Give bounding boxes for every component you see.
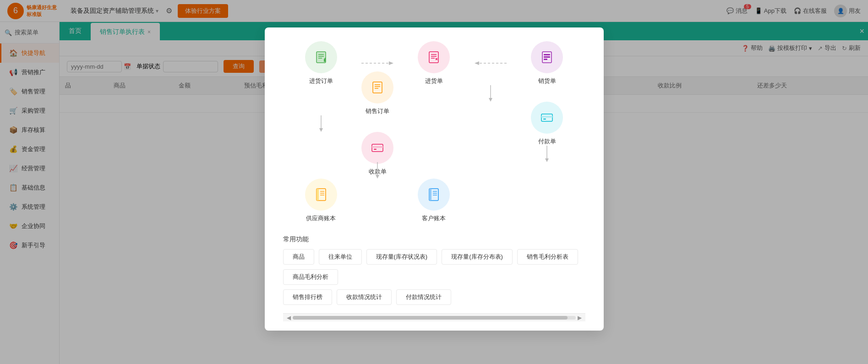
flow-item-sale[interactable]: 销货单 [531,41,563,85]
svg-rect-29 [374,149,377,150]
svg-rect-16 [373,82,382,93]
func-buttons-row1: 商品 往来单位 现存量(库存状况表) 现存量(库存分布表) 销售毛利分析表 商品… [283,249,585,285]
purchase-order-icon [305,41,337,73]
payment-icon [531,102,563,134]
flow-item-supplier-ledger[interactable]: 供应商账本 [305,179,337,223]
flow-item-sales-order[interactable]: 销售订单 [361,71,393,115]
arrow-payment-down [543,146,551,162]
func-btn-stock-status[interactable]: 现存量(库存状况表) [366,249,437,265]
func-btn-stock-dist[interactable]: 现存量(库存分布表) [442,249,513,265]
func-section-title: 常用功能 [283,235,585,244]
func-btn-payment-stats[interactable]: 付款情况统计 [396,289,451,305]
svg-rect-40 [429,189,431,201]
func-btn-sales-rank[interactable]: 销售排行榜 [283,289,332,305]
customer-ledger-label: 客户账本 [422,214,446,223]
sale-icon [531,41,563,73]
scrollbar-thumb[interactable] [293,316,568,320]
customer-ledger-icon [418,179,450,211]
supplier-ledger-icon [305,179,337,211]
flow-modal: 进货订单 进货单 [265,40,604,331]
svg-marker-21 [489,98,492,102]
svg-marker-33 [376,175,379,179]
func-section: 常用功能 商品 往来单位 现存量(库存状况表) 现存量(库存分布表) 销售毛利分… [283,235,585,305]
purchase-order-label: 进货订单 [309,77,333,85]
flow-item-customer-ledger[interactable]: 客户账本 [418,179,450,223]
svg-rect-25 [541,116,552,118]
arrow-sale-down [317,115,325,132]
arrow-receipt-down [487,85,494,102]
arrow-sale-order-to-sale [472,60,509,67]
supplier-ledger-label: 供应商账本 [306,214,336,223]
arrow-receipt2-down [374,162,381,179]
func-buttons-row2: 销售排行榜 收款情况统计 付款情况统计 [283,289,585,305]
svg-marker-5 [389,61,393,65]
modal-scrollbar[interactable]: ◀ ▶ [283,313,585,321]
svg-marker-31 [545,158,549,162]
svg-rect-26 [543,119,546,120]
scrollbar-track [293,316,576,320]
flow-item-purchase-order[interactable]: 进货订单 [305,41,337,85]
sales-order-label: 销售订单 [366,107,389,115]
sale-label: 销货单 [538,77,556,85]
svg-rect-35 [317,189,319,201]
payment-label: 付款单 [538,137,556,146]
flow-item-payment[interactable]: 付款单 [531,102,563,146]
modal-overlay: 进货订单 进货单 [60,40,868,364]
func-btn-goods[interactable]: 商品 [283,249,314,265]
svg-rect-6 [429,52,438,63]
sales-order-icon [361,71,393,103]
svg-marker-23 [319,128,323,132]
arrow-purchase-to-receipt [359,60,396,67]
svg-rect-28 [372,146,383,148]
func-btn-goods-profit[interactable]: 商品毛利分析 [283,269,338,285]
svg-rect-13 [544,54,550,55]
func-btn-sales-profit[interactable]: 销售毛利分析表 [517,249,578,265]
func-btn-partners[interactable]: 往来单位 [319,249,362,265]
svg-marker-11 [475,61,479,65]
receipt2-icon [361,132,393,164]
svg-rect-15 [544,59,547,60]
scroll-right-icon[interactable]: ▶ [576,315,584,321]
scroll-left-icon[interactable]: ◀ [285,315,293,321]
receipt-label: 进货单 [425,77,443,85]
flow-item-receipt[interactable]: 进货单 [418,41,450,85]
receipt-icon [418,41,450,73]
func-btn-receipt-stats[interactable]: 收款情况统计 [337,289,392,305]
svg-rect-14 [544,56,550,58]
